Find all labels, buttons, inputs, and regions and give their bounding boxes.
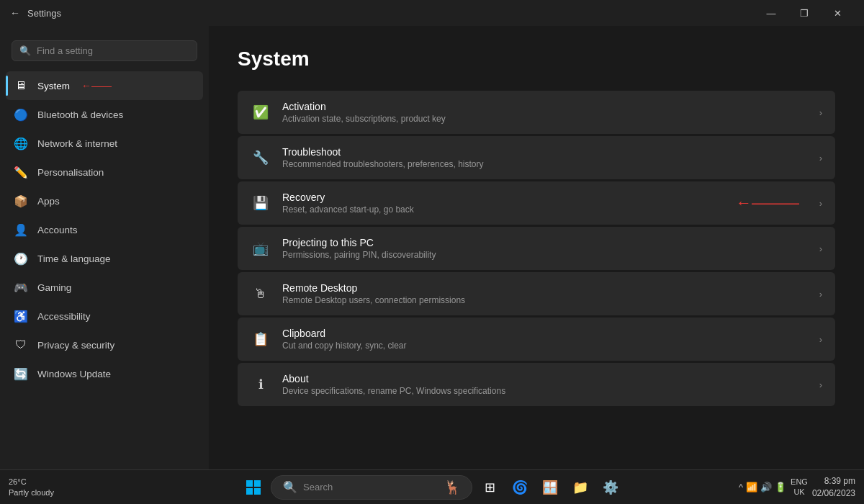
sidebar-item-update[interactable]: 🔄Windows Update xyxy=(6,359,203,388)
sidebar-label-apps: Apps xyxy=(37,196,60,207)
weather-desc: Partly cloudy xyxy=(9,487,54,498)
remote-icon: 🖱 xyxy=(251,284,271,304)
projecting-icon: 📺 xyxy=(251,238,271,258)
bluetooth-icon: 🔵 xyxy=(13,107,29,122)
activation-desc: Activation state, subscriptions, product… xyxy=(282,114,808,124)
sidebar-item-personalisation[interactable]: ✏️Personalisation xyxy=(6,158,203,186)
taskbar-weather: 26°C Partly cloudy xyxy=(9,477,54,498)
content-area: System ✅ActivationActivation state, subs… xyxy=(209,26,864,469)
start-button[interactable] xyxy=(240,474,266,500)
sidebar-label-personalisation: Personalisation xyxy=(37,167,104,178)
svg-rect-2 xyxy=(246,488,253,495)
sidebar-label-privacy: Privacy & security xyxy=(37,340,114,351)
sidebar-item-privacy[interactable]: 🛡Privacy & security xyxy=(6,330,203,359)
sidebar-label-gaming: Gaming xyxy=(37,282,71,293)
sidebar-item-apps[interactable]: 📦Apps xyxy=(6,186,203,215)
settings-item-clipboard[interactable]: 📋ClipboardCut and copy history, sync, cl… xyxy=(238,318,835,361)
sidebar-item-accounts[interactable]: 👤Accounts xyxy=(6,215,203,244)
taskbar: 26°C Partly cloudy 🔍 🦌 ⊞ 🌀 🪟 📁 ⚙️ ^ 📶 � xyxy=(0,469,864,504)
clipboard-chevron: › xyxy=(819,334,822,345)
svg-rect-3 xyxy=(254,488,261,495)
close-button[interactable]: ✕ xyxy=(821,0,854,26)
search-input[interactable] xyxy=(37,45,189,56)
recovery-chevron: › xyxy=(819,198,822,209)
settings-item-troubleshoot[interactable]: 🔧TroubleshootRecommended troubleshooters… xyxy=(238,136,835,179)
clock-time: 8:39 pm xyxy=(812,475,855,487)
settings-item-activation[interactable]: ✅ActivationActivation state, subscriptio… xyxy=(238,91,835,134)
taskbar-search-box[interactable]: 🔍 🦌 xyxy=(271,475,472,500)
troubleshoot-icon: 🔧 xyxy=(251,148,271,168)
troubleshoot-title: Troubleshoot xyxy=(282,146,808,158)
taskbar-clock: 8:39 pm 02/06/2023 xyxy=(812,475,855,500)
recovery-text: RecoveryReset, advanced start-up, go bac… xyxy=(282,192,808,215)
network-icon: 📶 xyxy=(746,482,757,492)
search-box[interactable]: 🔍 xyxy=(12,40,197,61)
svg-rect-1 xyxy=(254,480,261,487)
clipboard-icon: 📋 xyxy=(251,329,271,349)
network-icon: 🌐 xyxy=(13,135,29,151)
taskbar-left: 26°C Partly cloudy xyxy=(9,477,153,498)
back-button[interactable]: ← xyxy=(10,7,20,19)
explorer-icon[interactable]: 📁 xyxy=(567,474,593,500)
sidebar-item-bluetooth[interactable]: 🔵Bluetooth & devices xyxy=(6,100,203,129)
sidebar-label-bluetooth: Bluetooth & devices xyxy=(37,109,123,120)
app-body: 🔍 🖥System←——🔵Bluetooth & devices🌐Network… xyxy=(0,26,864,469)
settings-item-about[interactable]: ℹAboutDevice specifications, rename PC, … xyxy=(238,363,835,406)
activation-chevron: › xyxy=(819,107,822,118)
maximize-button[interactable]: ❐ xyxy=(788,0,821,26)
weather-temp: 26°C xyxy=(9,477,54,487)
system-arrow: ←—— xyxy=(81,80,112,91)
clipboard-text: ClipboardCut and copy history, sync, cle… xyxy=(282,328,808,351)
accounts-icon: 👤 xyxy=(13,222,29,238)
about-title: About xyxy=(282,373,808,384)
page-title: System xyxy=(238,48,835,71)
window-controls: — ❐ ✕ xyxy=(755,0,854,26)
bing-icon: 🦌 xyxy=(444,480,460,495)
remote-chevron: › xyxy=(819,289,822,300)
system-tray: ^ 📶 🔊 🔋 xyxy=(739,482,786,492)
minimize-button[interactable]: — xyxy=(755,0,788,26)
about-chevron: › xyxy=(819,379,822,390)
about-icon: ℹ xyxy=(251,374,271,395)
settings-item-projecting[interactable]: 📺Projecting to this PCPermissions, pairi… xyxy=(238,227,835,270)
clock-date: 02/06/2023 xyxy=(812,487,855,500)
svg-rect-0 xyxy=(246,480,253,487)
about-desc: Device specifications, rename PC, Window… xyxy=(282,386,808,396)
projecting-text: Projecting to this PCPermissions, pairin… xyxy=(282,237,808,260)
settings-app-icon[interactable]: ⚙️ xyxy=(598,474,624,500)
store-icon[interactable]: 🪟 xyxy=(537,474,563,500)
sidebar-item-accessibility[interactable]: ♿Accessibility xyxy=(6,302,203,330)
battery-icon: 🔋 xyxy=(775,482,786,492)
troubleshoot-chevron: › xyxy=(819,153,822,163)
settings-item-remote[interactable]: 🖱Remote DesktopRemote Desktop users, con… xyxy=(238,272,835,315)
privacy-icon: 🛡 xyxy=(13,337,29,353)
projecting-chevron: › xyxy=(819,243,822,254)
taskbar-search-input[interactable] xyxy=(303,482,438,492)
troubleshoot-text: TroubleshootRecommended troubleshooters,… xyxy=(282,146,808,169)
personalisation-icon: ✏️ xyxy=(13,164,29,180)
sidebar-header: 🔍 xyxy=(0,26,209,68)
time-icon: 🕐 xyxy=(13,251,29,266)
sidebar-item-time[interactable]: 🕐Time & language xyxy=(6,244,203,273)
recovery-desc: Reset, advanced start-up, go back xyxy=(282,204,808,215)
settings-item-recovery[interactable]: 💾RecoveryReset, advanced start-up, go ba… xyxy=(238,181,835,225)
about-text: AboutDevice specifications, rename PC, W… xyxy=(282,373,808,396)
sidebar-label-system: System xyxy=(37,81,70,91)
sidebar-nav: 🖥System←——🔵Bluetooth & devices🌐Network &… xyxy=(0,68,209,391)
activation-title: Activation xyxy=(282,101,808,112)
tray-chevron[interactable]: ^ xyxy=(739,482,743,492)
recovery-title: Recovery xyxy=(282,192,808,203)
projecting-title: Projecting to this PC xyxy=(282,237,808,248)
edge-icon[interactable]: 🌀 xyxy=(507,474,533,500)
sidebar-item-system[interactable]: 🖥System←—— xyxy=(6,71,203,100)
taskview-button[interactable]: ⊞ xyxy=(477,474,503,500)
sidebar-label-accounts: Accounts xyxy=(37,225,78,235)
projecting-desc: Permissions, pairing PIN, discoverabilit… xyxy=(282,250,808,260)
sidebar-item-network[interactable]: 🌐Network & internet xyxy=(6,129,203,158)
sidebar-label-time: Time & language xyxy=(37,253,111,264)
settings-list: ✅ActivationActivation state, subscriptio… xyxy=(238,91,835,406)
gaming-icon: 🎮 xyxy=(13,279,29,295)
update-icon: 🔄 xyxy=(13,366,29,382)
sidebar: 🔍 🖥System←——🔵Bluetooth & devices🌐Network… xyxy=(0,26,209,469)
sidebar-item-gaming[interactable]: 🎮Gaming xyxy=(6,273,203,302)
